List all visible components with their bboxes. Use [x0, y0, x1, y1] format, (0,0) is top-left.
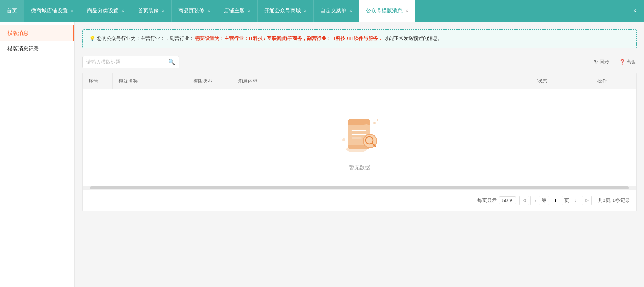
notice-suffix: 才能正常发送预置的消息。 [384, 36, 443, 41]
search-box[interactable]: 🔍 [82, 56, 179, 68]
tab-shop-theme-label: 店铺主题 [224, 7, 245, 14]
tab-bar: 首页 微商城店铺设置 × 商品分类设置 × 首页装修 × 商品页装修 × 店铺主… [0, 0, 644, 22]
page-unit: 页 [564, 197, 569, 204]
toolbar: 🔍 ↻ 同步 | ❓ 帮助 [82, 56, 637, 68]
sidebar: 模版消息 模版消息记录 [0, 22, 75, 287]
empty-state: 暂无数据 [83, 89, 636, 186]
page-size-dropdown[interactable]: 50 ∨ [499, 196, 516, 204]
page-input[interactable] [548, 196, 563, 205]
close-tab-home-decoration[interactable]: × [162, 8, 164, 13]
tab-open-mall[interactable]: 开通公众号商城 × [258, 0, 314, 22]
page-size-value: 50 [502, 198, 508, 203]
sidebar-item-template-message[interactable]: 模版消息 [0, 25, 74, 41]
notice-prefix: 您的公众号行业为：主营行业：，副营行业： [97, 36, 194, 41]
per-page-select: 每页显示 50 ∨ [477, 196, 516, 204]
tab-shop-theme[interactable]: 店铺主题 × [217, 0, 258, 22]
page-nav: ⊲ ‹ 第 页 › ⊳ [519, 196, 592, 205]
tab-product-decoration[interactable]: 商品页装修 × [172, 0, 217, 22]
tab-template-msg-label: 公众号模版消息 [366, 7, 403, 14]
empty-illustration [337, 112, 382, 157]
next-page-button[interactable]: › [571, 196, 580, 205]
help-button[interactable]: ❓ 帮助 [619, 59, 637, 65]
close-tab-custom-menu[interactable]: × [349, 8, 352, 13]
sidebar-item-template-message-record[interactable]: 模版消息记录 [0, 41, 74, 57]
svg-point-7 [373, 122, 376, 124]
empty-text: 暂无数据 [349, 164, 370, 171]
close-tab-product-category[interactable]: × [121, 8, 124, 13]
sync-button[interactable]: ↻ 同步 [594, 59, 609, 65]
column-status: 状态 [531, 73, 591, 89]
toolbar-right: ↻ 同步 | ❓ 帮助 [594, 59, 637, 65]
notice-box: 💡 您的公众号行业为：主营行业：，副营行业： 需要设置为：主营行业：IT科技 /… [82, 29, 637, 48]
per-page-label: 每页显示 [477, 197, 497, 204]
column-type: 模版类型 [187, 73, 232, 89]
chevron-down-icon: ∨ [509, 198, 513, 203]
help-icon: ❓ [619, 59, 625, 65]
svg-point-9 [342, 138, 345, 141]
tab-product-category-label: 商品分类设置 [87, 7, 118, 14]
page-label: 第 [542, 197, 546, 204]
tab-wshop-settings-label: 微商城店铺设置 [31, 7, 68, 14]
search-icon[interactable]: 🔍 [168, 59, 175, 65]
scrollbar-area[interactable] [83, 186, 636, 190]
last-page-button[interactable]: ⊳ [582, 196, 592, 205]
search-input[interactable] [86, 59, 168, 65]
tab-custom-menu-label: 自定义菜单 [320, 7, 346, 14]
tab-wshop-settings[interactable]: 微商城店铺设置 × [24, 0, 80, 22]
prev-page-button[interactable]: ‹ [530, 196, 540, 205]
tab-home-decoration-label: 首页装修 [138, 7, 159, 14]
total-info: 共0页, 0条记录 [598, 197, 630, 204]
column-name: 模版名称 [113, 73, 187, 89]
toolbar-divider: | [614, 59, 615, 65]
sidebar-item-template-message-label: 模版消息 [7, 30, 28, 36]
notice-icon: 💡 [89, 36, 95, 41]
tab-custom-menu[interactable]: 自定义菜单 × [314, 0, 359, 22]
close-tab-open-mall[interactable]: × [304, 8, 306, 13]
notice-highlight: 需要设置为：主营行业：IT科技 / 互联网|电子商务，副营行业：IT科技 / I… [195, 36, 383, 41]
tab-template-msg[interactable]: 公众号模版消息 × [359, 0, 415, 22]
sync-icon: ↻ [594, 59, 598, 65]
tab-product-category[interactable]: 商品分类设置 × [80, 0, 131, 22]
close-tab-shop-theme[interactable]: × [248, 8, 250, 13]
help-label: 帮助 [627, 59, 637, 65]
close-tab-product-decoration[interactable]: × [207, 8, 210, 13]
sync-label: 同步 [600, 59, 609, 65]
tab-home[interactable]: 首页 [0, 0, 24, 22]
close-tab-wshop-settings[interactable]: × [71, 8, 73, 13]
main-content: 💡 您的公众号行业为：主营行业：，副营行业： 需要设置为：主营行业：IT科技 /… [75, 22, 644, 287]
column-action: 操作 [591, 73, 636, 89]
tab-home-label: 首页 [7, 7, 17, 14]
table-header: 序号 模版名称 模版类型 消息内容 状态 操作 [83, 73, 636, 89]
column-content: 消息内容 [232, 73, 531, 89]
svg-point-8 [377, 119, 378, 121]
close-all-tabs[interactable]: × [626, 7, 644, 14]
tab-product-decoration-label: 商品页装修 [178, 7, 204, 14]
sidebar-item-template-message-record-label: 模版消息记录 [7, 46, 39, 52]
pagination: 每页显示 50 ∨ ⊲ ‹ 第 页 › ⊳ 共0页, 0条记录 [83, 190, 636, 211]
column-index: 序号 [83, 73, 113, 89]
close-tab-template-msg[interactable]: × [406, 8, 408, 13]
scrollbar-thumb[interactable] [90, 186, 629, 189]
tab-open-mall-label: 开通公众号商城 [264, 7, 301, 14]
layout: 模版消息 模版消息记录 💡 您的公众号行业为：主营行业：，副营行业： 需要设置为… [0, 22, 644, 287]
tab-home-decoration[interactable]: 首页装修 × [131, 0, 172, 22]
first-page-button[interactable]: ⊲ [519, 196, 529, 205]
table-container: 序号 模版名称 模版类型 消息内容 状态 操作 [82, 73, 637, 211]
